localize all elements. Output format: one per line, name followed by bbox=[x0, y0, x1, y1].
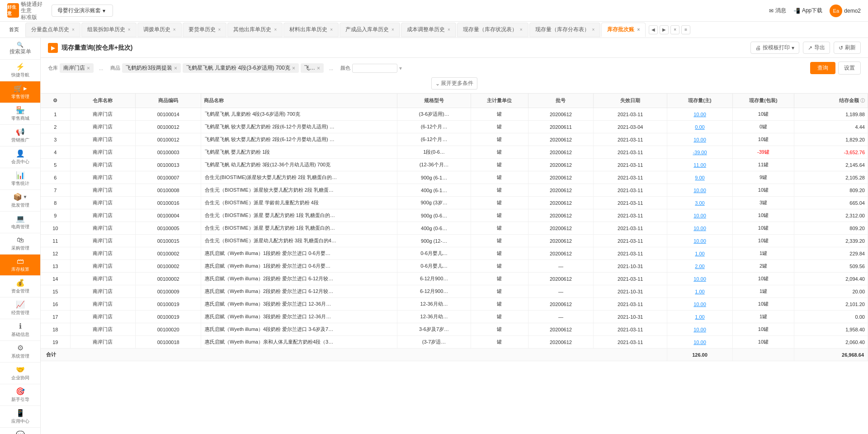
tab-xiancun2[interactable]: 现存量（库存分布表） × bbox=[529, 23, 601, 37]
company-dropdown[interactable]: 母婴行业演示账套 ▾ bbox=[52, 5, 113, 17]
tab-close-icon[interactable]: × bbox=[392, 27, 394, 32]
row-warehouse: 南岸门店 bbox=[70, 159, 136, 171]
sidebar-item-finance[interactable]: 💰 资金管理 bbox=[0, 276, 40, 297]
sidebar-item-collab[interactable]: 🤝 企业协同 bbox=[0, 363, 40, 384]
tab-close-current-btn[interactable]: × bbox=[670, 25, 679, 34]
tab-zuchaichu[interactable]: 组装拆卸单历史 × bbox=[81, 23, 137, 37]
row-stock-main[interactable]: 1.00 bbox=[667, 247, 733, 260]
row-stock-main[interactable]: 10.00 bbox=[667, 209, 733, 222]
row-stock-main[interactable]: 10.00 bbox=[667, 184, 733, 197]
warehouse-tag[interactable]: 南岸门店 × bbox=[60, 63, 94, 73]
query-button[interactable]: 查询 bbox=[810, 62, 835, 74]
sidebar-item-member[interactable]: 👤 会员中心 bbox=[0, 146, 40, 168]
warehouse-tag-close[interactable]: × bbox=[87, 65, 90, 71]
tab-close-icon[interactable]: × bbox=[128, 27, 131, 32]
tab-cailiao[interactable]: 材料出库单历史 × bbox=[283, 23, 339, 37]
row-balance: 2,060.40 bbox=[794, 336, 868, 349]
sidebar-item-ecom[interactable]: 💻 电商管理 bbox=[0, 212, 40, 233]
table-row: 14 南岸门店 00100002 惠氏启赋（Wyeth illuma）2段奶粉 … bbox=[41, 273, 868, 285]
tab-close-icon[interactable]: × bbox=[330, 27, 333, 32]
sidebar-nav-shortcut[interactable]: ⚡ 快捷导航 bbox=[0, 60, 40, 81]
row-stock-main[interactable]: 9.00 bbox=[667, 171, 733, 184]
expand-sidebar-btn[interactable]: ▶ bbox=[48, 43, 58, 53]
expand-more-btn[interactable]: ⌄ 展开更多条件 bbox=[431, 77, 477, 90]
row-unit: 罐 bbox=[471, 171, 528, 184]
row-stock-pkg: 1罐 bbox=[732, 247, 794, 260]
product-tag3-close[interactable]: × bbox=[317, 65, 320, 71]
row-stock-main[interactable]: 10.00 bbox=[667, 273, 733, 285]
sidebar-item-apps[interactable]: 📱 应用中心 bbox=[0, 406, 40, 428]
sidebar-item-marketing[interactable]: 📢 营销推广 bbox=[0, 125, 40, 146]
row-stock-main[interactable]: 2.00 bbox=[667, 260, 733, 273]
row-expire: 2021-10-31 bbox=[594, 311, 667, 323]
tab-yaohuo[interactable]: 要货单历史 × bbox=[183, 23, 227, 37]
balance-info-icon[interactable]: ⓘ bbox=[860, 98, 865, 103]
sidebar-item-basic[interactable]: ℹ 基础信息 bbox=[0, 319, 40, 341]
tab-close-icon[interactable]: × bbox=[448, 27, 450, 32]
row-stock-main[interactable]: 0.00 bbox=[667, 121, 733, 133]
user-area[interactable]: Ea demo2 bbox=[830, 5, 861, 17]
sidebar-item-system[interactable]: ⚙ 系统管理 bbox=[0, 341, 40, 363]
product-tag2[interactable]: 飞鹤星飞帆 儿童奶粉 4段(3-6岁适用) 700克 × bbox=[183, 63, 299, 73]
product-more[interactable]: ... bbox=[326, 65, 337, 72]
sidebar-item-guide[interactable]: 🎯 新手引导 bbox=[0, 384, 40, 406]
col-settings[interactable]: ⚙ bbox=[41, 94, 70, 108]
tab-chanpin[interactable]: 产成品入库单历史 × bbox=[340, 23, 400, 37]
row-stock-main[interactable]: 10.00 bbox=[667, 336, 733, 349]
message-btn[interactable]: ✉ 消息 bbox=[769, 7, 786, 14]
col-stock1-header: 现存量(主) bbox=[667, 94, 733, 108]
row-num: 17 bbox=[41, 311, 70, 323]
row-stock-main[interactable]: 10.00 bbox=[667, 133, 733, 146]
product-tag1[interactable]: 飞鹤奶粉3段两提装 × bbox=[122, 63, 181, 73]
product-tag1-close[interactable]: × bbox=[174, 65, 177, 71]
sidebar-item-purchase[interactable]: 🛍 采购管理 bbox=[0, 233, 40, 255]
tab-chengben[interactable]: 成本调整单历史 × bbox=[401, 23, 456, 37]
row-stock-main[interactable]: 3.00 bbox=[667, 197, 733, 209]
row-name: 惠氏启赋（Wyeth illuma）3段奶粉 爱尔兰进口 12-36月… bbox=[201, 298, 397, 311]
template-print-btn[interactable]: 🖨 按模板打印 ▾ bbox=[750, 42, 799, 54]
row-unit: 罐 bbox=[471, 108, 528, 121]
sidebar-item-wholesale[interactable]: 📦 ▼ 批发管理 bbox=[0, 190, 40, 212]
tab-close-icon[interactable]: × bbox=[274, 27, 277, 32]
tab-next-btn[interactable]: ▶ bbox=[660, 25, 669, 34]
export-btn[interactable]: ↗ 导出 bbox=[803, 42, 830, 54]
row-stock-main[interactable]: 10.00 bbox=[667, 235, 733, 247]
row-stock-main[interactable]: 1.00 bbox=[667, 285, 733, 298]
sidebar-search[interactable]: 🔍 搜索菜单 bbox=[0, 38, 40, 60]
color-input[interactable] bbox=[352, 64, 397, 73]
row-stock-main[interactable]: -39.00 bbox=[667, 146, 733, 159]
row-stock-main[interactable]: 10.00 bbox=[667, 298, 733, 311]
tab-close-icon[interactable]: × bbox=[637, 27, 640, 32]
tab-home[interactable]: 首页 bbox=[4, 23, 24, 37]
tab-close-icon[interactable]: × bbox=[72, 27, 75, 32]
product-tag2-close[interactable]: × bbox=[292, 65, 295, 71]
warehouse-more[interactable]: ... bbox=[95, 65, 107, 72]
row-stock-main[interactable]: 1.00 bbox=[667, 311, 733, 323]
row-stock-main[interactable]: 10.00 bbox=[667, 222, 733, 235]
product-tag3[interactable]: 飞… × bbox=[301, 63, 324, 73]
tab-xiancun1[interactable]: 现存量（库存状况表） × bbox=[457, 23, 528, 37]
tab-fenliangpan[interactable]: 分量盘点单历史 × bbox=[25, 23, 80, 37]
sidebar-item-retail-stats[interactable]: 📊 零售统计 bbox=[0, 168, 40, 190]
tab-pici-active[interactable]: 库存批次账 × bbox=[601, 23, 646, 37]
setting-button[interactable]: 设置 bbox=[838, 61, 861, 75]
tab-close-icon[interactable]: × bbox=[520, 27, 523, 32]
sidebar-item-inventory[interactable]: 🗃 库存核算 bbox=[0, 255, 40, 276]
tab-close-icon[interactable]: × bbox=[173, 27, 176, 32]
row-stock-main[interactable]: 10.00 bbox=[667, 108, 733, 121]
tab-diaobodian[interactable]: 调拨单历史 × bbox=[137, 23, 182, 37]
app-download-btn[interactable]: 📲 App下载 bbox=[793, 7, 822, 14]
refresh-btn[interactable]: ↺ 刷新 bbox=[834, 42, 861, 54]
row-code: 00100019 bbox=[136, 298, 201, 311]
sidebar-item-mall[interactable]: 🏪 零售商城 bbox=[0, 103, 40, 125]
tab-qitachuku[interactable]: 其他出库单历史 × bbox=[227, 23, 283, 37]
row-stock-main[interactable]: 10.00 bbox=[667, 323, 733, 336]
tab-close-icon[interactable]: × bbox=[592, 27, 595, 32]
sidebar-item-retail[interactable]: 🛒 ▶ 零售管理 bbox=[0, 81, 40, 103]
tab-menu-btn[interactable]: ≡ bbox=[681, 25, 690, 34]
tab-close-icon[interactable]: × bbox=[218, 27, 221, 32]
row-stock-main[interactable]: 11.00 bbox=[667, 159, 733, 171]
sidebar-item-wechat[interactable]: 💬 企业微信 bbox=[0, 428, 40, 434]
tab-prev-btn[interactable]: ◀ bbox=[649, 25, 658, 34]
sidebar-item-business[interactable]: 📈 经营管理 bbox=[0, 297, 40, 319]
